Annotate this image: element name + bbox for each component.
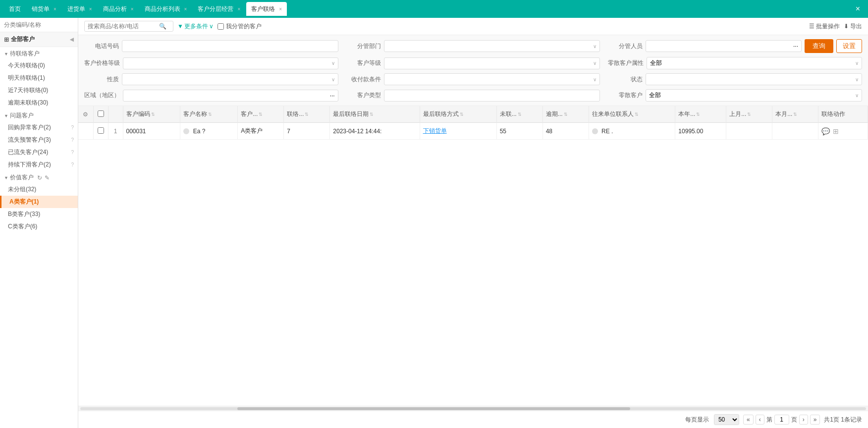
sidebar-item-unclassified[interactable]: 未分组(32) — [0, 183, 78, 196]
customer-name-text[interactable]: Ea ? — [193, 128, 206, 135]
filter-input-customer-type[interactable] — [384, 90, 600, 102]
settings-button[interactable]: 设置 — [836, 39, 862, 53]
sidebar-item-today-pending[interactable]: 今天待联络(0) — [0, 59, 78, 72]
close-icon[interactable]: × — [279, 6, 282, 12]
sidebar: 🔍 ⊞ 全部客户 ◀ ▼ 待联络客户 今天待联络(0) 明天待联络(1) 近7天… — [0, 18, 78, 428]
page-navigation: « ‹ 第 页 › » — [743, 415, 820, 425]
my-customers-checkbox[interactable]: 我分管的客户 — [217, 22, 262, 31]
gear-icon[interactable]: ⚙ — [83, 111, 88, 118]
sidebar-item-7days-pending[interactable]: 近7天待联络(0) — [0, 84, 78, 97]
close-all-tabs-button[interactable]: × — [852, 4, 864, 13]
th-overdue[interactable]: 逾期...⇅ — [542, 106, 589, 123]
refresh-icon[interactable]: ↻ — [37, 174, 42, 181]
search-input[interactable] — [88, 23, 157, 30]
td-uncontacted: 55 — [496, 123, 542, 140]
sort-icon: ⇅ — [370, 112, 374, 117]
page-number-input[interactable] — [774, 415, 789, 425]
th-this-year[interactable]: 本年...⇅ — [675, 106, 726, 123]
th-uncontacted[interactable]: 未联...⇅ — [496, 106, 542, 123]
query-button[interactable]: 查询 — [805, 39, 833, 53]
filter-label-phone: 电话号码 — [84, 42, 119, 51]
sort-icon: ⇅ — [208, 112, 212, 117]
td-checkbox — [93, 123, 108, 140]
filter-label-nature: 性质 — [84, 75, 119, 84]
triangle-icon: ▼ — [4, 175, 8, 180]
horizontal-scrollbar[interactable] — [78, 406, 868, 411]
close-icon[interactable]: × — [237, 6, 240, 12]
qr-icon[interactable]: ⊞ — [833, 127, 839, 135]
sidebar-search-input[interactable] — [4, 21, 78, 28]
th-customer-name[interactable]: 客户名称⇅ — [180, 106, 238, 123]
th-contact[interactable]: 联络...⇅ — [284, 106, 330, 123]
chevron-down-icon: ∨ — [209, 23, 214, 30]
first-page-button[interactable]: « — [743, 415, 754, 425]
my-customers-checkbox-input[interactable] — [217, 23, 224, 30]
th-this-month[interactable]: 本月...⇅ — [772, 106, 818, 123]
filter-input-retail-customer[interactable]: 全部 ∨ — [646, 89, 862, 102]
sidebar-item-class-c[interactable]: C类客户(6) — [0, 220, 78, 233]
total-records-label: 共1页 1条记录 — [824, 416, 862, 424]
tab-home[interactable]: 首页 — [4, 2, 26, 16]
table-row: 1 000031 Ea ? A类客户 7 2023-04-12 14:44: 下… — [78, 123, 868, 140]
td-actions: 💬 ⊞ — [818, 123, 868, 140]
chat-icon[interactable]: 💬 — [821, 127, 830, 135]
filter-input-nature[interactable]: ∨ — [122, 73, 338, 85]
sidebar-item-overdue-contact[interactable]: 逾期未联络(30) — [0, 97, 78, 109]
sidebar-item-churned[interactable]: 已流失客户(24) ? — [0, 146, 78, 159]
filter-input-manager[interactable]: ··· — [646, 40, 802, 52]
sidebar-item-declining[interactable]: 持续下滑客户(2) ? — [0, 159, 78, 171]
td-overdue: 48 — [542, 123, 589, 140]
th-last-method[interactable]: 最后联络方式⇅ — [420, 106, 496, 123]
all-customers-header[interactable]: ⊞ 全部客户 ◀ — [0, 32, 78, 47]
row-checkbox[interactable] — [98, 127, 104, 134]
th-category[interactable]: 客户...⇅ — [238, 106, 284, 123]
filter-input-department[interactable]: ∨ — [384, 40, 600, 52]
chevron-down-icon: ∨ — [593, 77, 597, 82]
tab-product-analysis-list[interactable]: 商品分析列表 × — [140, 2, 192, 16]
th-gear[interactable]: ⚙ — [78, 106, 93, 123]
edit-icon[interactable]: ✎ — [45, 174, 50, 181]
filter-input-customer-grade[interactable]: ∨ — [384, 57, 600, 69]
close-icon[interactable]: × — [54, 6, 56, 12]
filter-row-customer-grade: 客户等级 ∨ — [346, 57, 600, 69]
sidebar-item-tomorrow-pending[interactable]: 明天待联络(1) — [0, 72, 78, 84]
th-last-date[interactable]: 最后联络日期⇅ — [330, 106, 420, 123]
select-all-checkbox[interactable] — [98, 110, 104, 117]
export-button[interactable]: ⬇ 导出 — [844, 22, 862, 31]
filter-input-status[interactable]: ∨ — [646, 73, 862, 85]
sidebar-item-class-a[interactable]: A类客户(1) — [0, 196, 78, 208]
th-unit-contact[interactable]: 往来单位联系人⇅ — [589, 106, 675, 123]
filter-input-retail-attr[interactable]: 全部 ∨ — [647, 57, 862, 69]
sidebar-item-repurchase-abnormal[interactable]: 回购异常客户(2) ? — [0, 121, 78, 134]
close-icon[interactable]: × — [89, 6, 92, 12]
sidebar-item-churn-warning[interactable]: 流失预警客户(3) ? — [0, 134, 78, 146]
more-filters-button[interactable]: ▼ 更多条件 ∨ — [177, 22, 214, 31]
sort-icon: ⇅ — [259, 112, 263, 117]
th-last-month[interactable]: 上月...⇅ — [726, 106, 772, 123]
td-category: A类客户 — [238, 123, 284, 140]
next-page-button[interactable]: › — [799, 415, 808, 425]
close-icon[interactable]: × — [184, 6, 187, 12]
sidebar-item-class-b[interactable]: B类客户(33) — [0, 208, 78, 220]
filter-input-payment[interactable]: ∨ — [384, 73, 600, 85]
last-method-link[interactable]: 下销货单 — [423, 127, 447, 134]
filter-input-region[interactable]: ··· — [123, 90, 338, 102]
tab-purchase-order[interactable]: 进货单 × — [62, 2, 97, 16]
th-customer-code[interactable]: 客户编码⇅ — [123, 106, 180, 123]
tab-sales-order[interactable]: 销货单 × — [27, 2, 61, 16]
close-icon[interactable]: × — [131, 6, 134, 12]
filter-input-price-grade[interactable]: ∨ — [123, 57, 338, 69]
filter-icon: ▼ — [177, 23, 183, 30]
page-size-select[interactable]: 50 100 200 — [714, 414, 739, 425]
batch-operation-button[interactable]: ☰ 批量操作 — [809, 22, 840, 31]
tab-product-analysis[interactable]: 商品分析 × — [98, 2, 139, 16]
tab-customer-contact[interactable]: 客户联络 × — [246, 2, 287, 16]
tab-customer-tier[interactable]: 客户分层经营 × — [193, 2, 245, 16]
search-icon[interactable]: 🔍 — [159, 23, 166, 30]
last-page-button[interactable]: » — [810, 415, 820, 425]
page-label: 第 — [766, 416, 772, 424]
filter-input-phone[interactable] — [122, 40, 338, 52]
prev-page-button[interactable]: ‹ — [756, 415, 764, 425]
td-unit-contact: RE . — [589, 123, 675, 140]
scrollbar-thumb[interactable] — [237, 407, 630, 410]
